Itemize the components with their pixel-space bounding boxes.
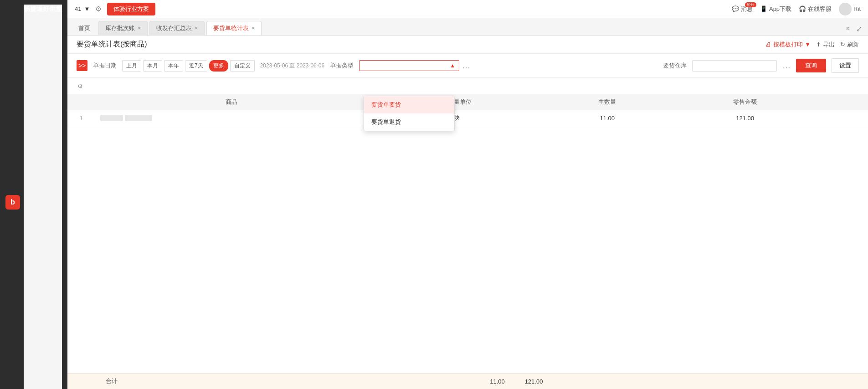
print-btn[interactable]: 🖨 按模板打印 ▼ <box>765 41 811 49</box>
tab-inventory-batch-close[interactable]: × <box>138 25 141 31</box>
tab-order-stats-close[interactable]: × <box>252 25 255 31</box>
tab-receivable-summary-close[interactable]: × <box>195 25 198 31</box>
tab-home[interactable]: 首页 <box>72 21 97 35</box>
last-7-days-btn[interactable]: 近7天 <box>185 60 207 72</box>
message-icon: 💬 <box>732 5 739 12</box>
refresh-icon: ↻ <box>840 41 845 48</box>
last-month-btn[interactable]: 上月 <box>122 60 141 72</box>
this-year-btn[interactable]: 本年 <box>164 60 183 72</box>
messages-btn[interactable]: 💬 消息 99+ <box>732 5 753 13</box>
refresh-btn[interactable]: ↻ 刷新 <box>840 41 859 49</box>
extra-cell <box>821 110 868 126</box>
filter-bar: >> 单据日期 上月 本月 本年 近7天 更多 自定义 2023-05-06 至… <box>67 54 868 78</box>
date-range-display: 2023-05-06 至 2023-06-06 <box>260 62 324 70</box>
quantity-cell[interactable]: 11.00 <box>545 110 670 126</box>
footer-amount: 121.00 <box>516 378 552 385</box>
topbar-settings-icon[interactable]: ⚙ <box>95 5 102 13</box>
date-filter-group: 上月 本月 本年 近7天 更多 自定义 <box>122 60 255 72</box>
type-more-icon[interactable]: … <box>462 61 470 71</box>
type-label: 单据类型 <box>330 61 354 70</box>
footer-quantity: 11.00 <box>479 378 516 385</box>
topbar: 41 ▼ ⚙ 体验行业方案 💬 消息 99+ 📱 App下载 🎧 在线客服 <box>67 0 868 18</box>
table-toolbar: ⚙ <box>67 78 868 94</box>
product-cell <box>95 110 368 126</box>
dropdown-option-order-goods[interactable]: 要货单要货 <box>364 96 454 113</box>
app-download-btn[interactable]: 📱 App下载 <box>760 5 791 13</box>
column-settings-icon[interactable]: ⚙ <box>75 81 86 92</box>
online-service-btn[interactable]: 🎧 在线客服 <box>799 5 832 13</box>
type-filter-group: ▲ … <box>359 60 657 71</box>
table-row: 1 块 11.00 121.00 <box>67 110 868 126</box>
topbar-left: 41 ▼ ⚙ 体验行业方案 <box>75 3 155 15</box>
table-footer: 合计 11.00 121.00 <box>67 373 868 389</box>
header-actions: 🖨 按模板打印 ▼ ⬆ 导出 ↻ 刷新 <box>765 41 859 49</box>
date-label: 单据日期 <box>93 61 117 70</box>
col-header-quantity: 主数量 <box>545 94 670 110</box>
tab-inventory-batch[interactable]: 库存批次账 × <box>98 21 148 35</box>
window-expand-btn[interactable]: ⤢ <box>854 24 863 33</box>
topbar-right: 💬 消息 99+ 📱 App下载 🎧 在线客服 Rit <box>732 3 861 15</box>
print-dropdown-icon: ▼ <box>805 41 811 48</box>
product-placeholder <box>100 115 363 121</box>
query-btn[interactable]: 查询 <box>796 59 826 72</box>
user-avatar <box>839 3 852 15</box>
tab-receivable-summary[interactable]: 收发存汇总表 × <box>149 21 205 35</box>
more-btn[interactable]: 更多 <box>209 60 228 72</box>
col-header-extra <box>821 94 868 110</box>
footer-total-label: 合计 <box>100 377 123 385</box>
page-title: 要货单统计表(按商品) <box>77 40 147 49</box>
warehouse-more-icon[interactable]: … <box>782 61 791 71</box>
warehouse-label: 要货仓库 <box>663 61 687 70</box>
print-icon: 🖨 <box>765 41 771 48</box>
trial-btn[interactable]: 体验行业方案 <box>107 3 155 15</box>
user-avatar-btn[interactable]: Rit <box>839 3 861 15</box>
table-container: ⚙ 商品 主计量单位 主数量 零售金额 1 <box>67 78 868 373</box>
page-title-bar: 要货单统计表(按商品) 🖨 按模板打印 ▼ ⬆ 导出 ↻ 刷新 <box>67 36 868 54</box>
tab-order-stats[interactable]: 要货单统计表 × <box>206 21 262 35</box>
data-table: 商品 主计量单位 主数量 零售金额 1 <box>67 94 868 126</box>
amount-cell[interactable]: 121.00 <box>670 110 821 126</box>
this-month-btn[interactable]: 本月 <box>143 60 162 72</box>
service-icon: 🎧 <box>799 5 806 12</box>
col-header-amount: 零售金额 <box>670 94 821 110</box>
type-dropdown: 要货单要货 要货单退货 <box>364 96 455 131</box>
store-dropdown-icon: ▼ <box>84 5 90 12</box>
filter-toggle-btn[interactable]: >> <box>77 60 87 71</box>
type-select[interactable]: ▲ <box>359 60 459 71</box>
tab-bar: 首页 库存批次账 × 收发存汇总表 × 要货单统计表 × × ⤢ <box>67 18 868 36</box>
download-icon: 📱 <box>760 5 767 12</box>
main-area: 41 ▼ ⚙ 体验行业方案 💬 消息 99+ 📱 App下载 🎧 在线客服 <box>67 0 868 389</box>
store-number: 41 <box>75 5 81 12</box>
export-icon: ⬆ <box>816 41 821 48</box>
row-num: 1 <box>67 110 95 126</box>
app-logo-icon: b <box>5 195 20 210</box>
dropdown-option-order-return[interactable]: 要货单退货 <box>364 113 454 131</box>
settings-btn[interactable]: 设置 <box>832 58 859 73</box>
col-header-num <box>67 94 95 110</box>
custom-date-btn[interactable]: 自定义 <box>230 60 255 72</box>
warehouse-input[interactable] <box>692 60 777 72</box>
window-close-btn[interactable]: × <box>843 24 853 33</box>
sidebar: b 畅捷通好生意 标准版 🔍 搜索菜单 ⚡ 快捷导航 📣 营销推广 📊 销售管理… <box>0 0 67 389</box>
content-area: 要货单统计表(按商品) 🖨 按模板打印 ▼ ⬆ 导出 ↻ 刷新 >> <box>67 36 868 389</box>
type-select-arrow-icon: ▲ <box>450 62 455 69</box>
col-header-product: 商品 <box>95 94 368 110</box>
sidebar-logo: b 畅捷通好生意 标准版 <box>0 0 67 389</box>
store-selector[interactable]: 41 ▼ <box>75 5 90 12</box>
sidebar-brand: 畅捷通好生意 标准版 <box>24 5 62 389</box>
export-btn[interactable]: ⬆ 导出 <box>816 41 835 49</box>
